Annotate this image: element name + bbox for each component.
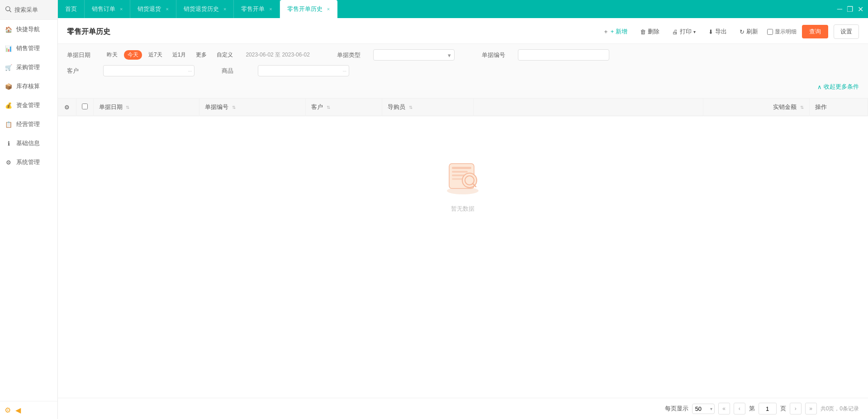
print-button[interactable]: 🖨 打印 ▾: [669, 26, 699, 38]
sidebar-collapse-btn[interactable]: ◀: [15, 406, 21, 414]
sidebar-item-label: 库存核算: [16, 82, 40, 90]
svg-rect-5: [452, 171, 468, 173]
tab-retail-open-history-label: 零售开单历史: [287, 5, 323, 13]
customer-filter-label: 客户: [67, 67, 94, 75]
display-detail-checkbox[interactable]: [767, 29, 773, 35]
tab-retail-open-history-close[interactable]: ×: [327, 6, 330, 12]
th-date-sort: ⇅: [126, 105, 129, 110]
sidebar-item-basic-info[interactable]: ℹ 基础信息: [0, 134, 57, 153]
export-button[interactable]: ⬇ 导出: [705, 26, 730, 38]
tab-sales-return-history-close[interactable]: ×: [223, 6, 226, 12]
doc-type-select-wrap: [373, 49, 455, 61]
window-restore-btn[interactable]: ❐: [847, 5, 853, 14]
sidebar-item-label: 销售管理: [16, 44, 40, 52]
tab-sales-order-close[interactable]: ×: [120, 6, 123, 12]
th-doc-no[interactable]: 单据编号 ⇅: [199, 99, 306, 116]
cart-icon: 🛒: [5, 63, 13, 71]
tab-sales-return[interactable]: 销货退货 ×: [130, 0, 176, 18]
th-guide-sort: ⇅: [409, 105, 413, 110]
th-customer-sort: ⇅: [327, 105, 330, 110]
goods-input[interactable]: [258, 65, 349, 76]
th-date[interactable]: 单据日期 ⇅: [93, 99, 199, 116]
th-guide[interactable]: 导购员 ⇅: [382, 99, 474, 116]
tab-sales-return-history[interactable]: 销货退货历史 ×: [176, 0, 234, 18]
settings-button[interactable]: 设置: [834, 24, 859, 39]
sidebar-item-purchase-mgmt[interactable]: 🛒 采购管理: [0, 58, 57, 77]
date-option-yesterday[interactable]: 昨天: [103, 50, 121, 60]
sidebar-item-system[interactable]: ⚙ 系统管理: [0, 153, 57, 172]
page-unit: 页: [780, 405, 786, 413]
sidebar-item-operations[interactable]: 📋 经营管理: [0, 115, 57, 134]
th-amount-label: 实销金额: [773, 104, 797, 110]
doc-type-select[interactable]: [373, 49, 455, 61]
tab-sales-order[interactable]: 销售订单 ×: [85, 0, 130, 18]
display-detail-label: 显示明细: [775, 28, 797, 36]
th-amount[interactable]: 实销金额 ⇅: [703, 99, 809, 116]
box-icon: 📦: [5, 82, 13, 90]
tab-sales-order-label: 销售订单: [92, 5, 115, 13]
page-actions: ＋ + 新增 🗑 删除 🖨 打印 ▾ ⬇ 导出 ↻: [599, 24, 859, 39]
th-amount-sort: ⇅: [800, 105, 804, 110]
next-page-btn[interactable]: ›: [790, 403, 802, 414]
last-page-btn[interactable]: »: [805, 403, 817, 414]
page-size-select[interactable]: 20 50 100 200: [692, 404, 715, 414]
customer-input[interactable]: [103, 65, 194, 76]
delete-button[interactable]: 🗑 删除: [636, 26, 663, 38]
th-settings[interactable]: ⚙: [58, 99, 76, 116]
sidebar-item-sales-mgmt[interactable]: 📊 销售管理: [0, 39, 57, 58]
sidebar-settings-btn[interactable]: ⚙: [5, 406, 11, 414]
date-option-last7[interactable]: 近7天: [145, 50, 166, 60]
window-close-btn[interactable]: ✕: [858, 5, 863, 14]
th-customer[interactable]: 客户 ⇅: [306, 99, 382, 116]
table-area: ⚙ 单据日期 ⇅ 单据编号 ⇅: [58, 99, 868, 398]
main-area: 首页 销售订单 × 销货退货 × 销货退货历史 × 零售开单 × 零售开单历史 …: [58, 0, 868, 419]
data-table: ⚙ 单据日期 ⇅ 单据编号 ⇅: [58, 99, 868, 249]
sidebar-item-inventory[interactable]: 📦 库存核算: [0, 77, 57, 96]
print-icon: 🖨: [672, 28, 678, 35]
empty-state-row: 暂无数据: [58, 116, 868, 250]
date-option-more[interactable]: 更多: [192, 50, 210, 60]
collapse-row: ∧ 收起更多条件: [67, 81, 859, 93]
tab-retail-open-close[interactable]: ×: [269, 6, 272, 12]
display-detail-checkbox-label[interactable]: 显示明细: [767, 28, 797, 36]
tab-home[interactable]: 首页: [58, 0, 85, 18]
tab-sales-return-history-label: 销货退货历史: [184, 5, 219, 13]
sidebar-item-quick-nav[interactable]: 🏠 快捷导航: [0, 20, 57, 39]
th-spacer: [474, 99, 703, 116]
delete-icon: 🗑: [640, 28, 646, 35]
doc-no-label: 单据编号: [482, 51, 509, 59]
date-filter-label: 单据日期: [67, 51, 94, 59]
window-minimize-btn[interactable]: ─: [837, 5, 842, 13]
collapse-btn[interactable]: ∧ 收起更多条件: [817, 83, 859, 91]
chart-icon: 📊: [5, 44, 13, 52]
collapse-icon: ∧: [817, 84, 822, 90]
sidebar-item-finance[interactable]: 💰 资金管理: [0, 96, 57, 115]
table-body: 暂无数据: [58, 116, 868, 250]
sidebar-bottom: ⚙ ◀: [0, 401, 57, 419]
tab-retail-open-history[interactable]: 零售开单历史 ×: [280, 0, 337, 18]
query-button[interactable]: 查询: [802, 25, 828, 38]
sidebar-item-label: 经营管理: [16, 120, 40, 128]
tab-retail-open[interactable]: 零售开单 ×: [234, 0, 280, 18]
th-check[interactable]: [76, 99, 93, 116]
th-customer-label: 客户: [311, 104, 323, 110]
gear-icon: ⚙: [5, 158, 13, 166]
date-option-today[interactable]: 今天: [124, 50, 142, 60]
svg-rect-4: [452, 167, 471, 169]
sidebar-item-label: 系统管理: [16, 158, 40, 166]
doc-no-input[interactable]: [518, 49, 609, 61]
page-number-input[interactable]: [759, 403, 777, 414]
search-menu-btn[interactable]: 搜索采单: [0, 0, 57, 20]
refresh-button[interactable]: ↻ 刷新: [736, 26, 762, 38]
svg-point-0: [6, 7, 10, 11]
first-page-btn[interactable]: «: [718, 403, 730, 414]
prev-page-btn[interactable]: ‹: [734, 403, 745, 414]
tab-sales-return-close[interactable]: ×: [166, 6, 168, 12]
bar-icon: 📋: [5, 120, 13, 128]
date-option-last-month[interactable]: 近1月: [169, 50, 190, 60]
select-all-checkbox[interactable]: [82, 104, 88, 109]
filter-area: 单据日期 昨天 今天 近7天 近1月 更多 自定义 2023-06-02 至 2…: [58, 44, 868, 99]
tab-sales-return-label: 销货退货: [138, 5, 161, 13]
date-option-custom[interactable]: 自定义: [213, 50, 237, 60]
add-button[interactable]: ＋ + 新增: [599, 26, 631, 38]
